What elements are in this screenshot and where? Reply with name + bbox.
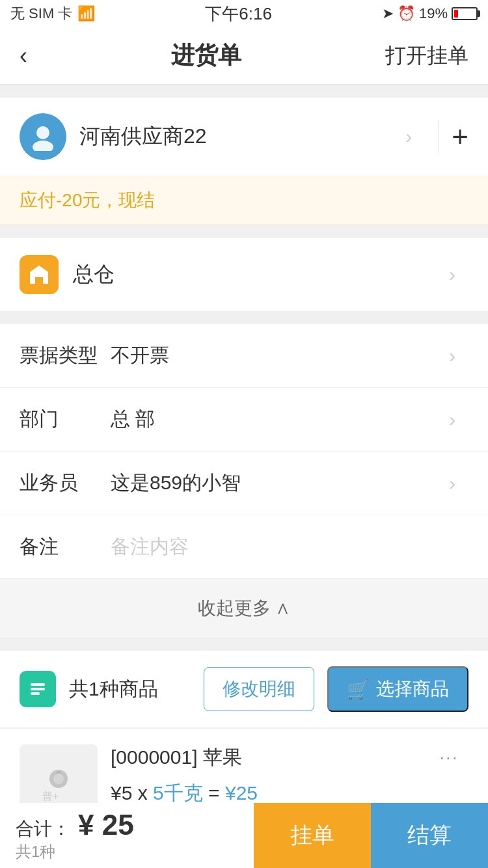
remark-row[interactable]: 备注 备注内容 — [0, 515, 488, 578]
svg-rect-4 — [31, 692, 40, 695]
supplier-section: 河南供应商22 › + 应付-20元，现结 — [0, 98, 488, 225]
department-label: 部门 — [20, 406, 111, 433]
salesman-value: 这是859的小智 — [111, 470, 449, 496]
status-bar-time: 下午6:16 — [205, 3, 272, 25]
total-row: 合计： ¥ 25 — [16, 809, 238, 841]
open-hang-button[interactable]: 打开挂单 — [385, 42, 468, 70]
price-unit: ¥5 — [111, 782, 132, 804]
total-amount: ¥ 25 — [78, 809, 134, 841]
salesman-chevron-icon: › — [449, 472, 455, 495]
supplier-avatar — [20, 113, 66, 160]
invoice-chevron-icon: › — [449, 345, 455, 367]
remark-input[interactable]: 备注内容 — [111, 534, 468, 560]
supplier-row[interactable]: 河南供应商22 › + — [0, 98, 488, 176]
salesman-row[interactable]: 业务员 这是859的小智 › — [0, 452, 488, 515]
products-icon — [20, 671, 56, 707]
invoice-type-label: 票据类型 — [20, 342, 111, 369]
battery-percent: 19% — [419, 5, 448, 22]
warehouse-name: 总仓 — [73, 260, 449, 289]
equals-sign: = — [208, 782, 225, 804]
chevron-right-icon: › — [405, 126, 412, 148]
battery-icon — [452, 7, 478, 20]
hang-button[interactable]: 挂单 — [254, 803, 371, 868]
total-label: 合计： — [16, 817, 70, 841]
checkout-button[interactable]: 结算 — [371, 803, 488, 868]
product-thumb-icon: 普+ — [36, 761, 81, 806]
department-row[interactable]: 部门 总 部 › — [0, 388, 488, 452]
warehouse-section[interactable]: 总仓 › — [0, 238, 488, 311]
product-count-label: 共1种商品 — [69, 676, 191, 703]
total-sub-label: 共1种 — [16, 841, 238, 862]
wifi-icon: 📶 — [77, 5, 95, 22]
page-title: 进货单 — [171, 40, 241, 72]
select-product-label: 选择商品 — [376, 677, 449, 701]
product-info: [0000001] 苹果 ¥5 x 5千克 = ¥25 — [111, 744, 416, 807]
svg-rect-3 — [31, 688, 45, 690]
remark-label: 备注 — [20, 534, 111, 560]
warehouse-icon — [20, 255, 59, 294]
bottom-bar: 合计： ¥ 25 共1种 挂单 结算 — [0, 803, 488, 868]
products-header: 共1种商品 修改明细 🛒 选择商品 — [0, 651, 488, 727]
svg-text:普+: 普+ — [42, 791, 59, 802]
invoice-type-row[interactable]: 票据类型 不开票 › — [0, 324, 488, 388]
divider — [438, 120, 439, 153]
product-name: [0000001] 苹果 — [111, 744, 416, 771]
product-more-button[interactable]: ··· — [429, 744, 468, 770]
nav-bar: ‹ 进货单 打开挂单 — [0, 27, 488, 85]
svg-rect-2 — [31, 683, 45, 686]
alarm-icon: ⏰ — [398, 5, 415, 22]
department-chevron-icon: › — [449, 409, 455, 431]
products-icon-svg — [27, 678, 49, 700]
department-value: 总 部 — [111, 406, 449, 433]
status-bar-left: 无 SIM 卡 📶 — [10, 4, 95, 23]
warehouse-icon-svg — [27, 263, 51, 286]
cart-icon: 🛒 — [347, 679, 370, 700]
supplier-name: 河南供应商22 — [79, 122, 405, 151]
price-separator: x — [138, 782, 153, 804]
back-button[interactable]: ‹ — [20, 42, 27, 70]
product-total: ¥25 — [225, 782, 258, 804]
edit-detail-button[interactable]: 修改明细 — [204, 667, 314, 711]
add-supplier-button[interactable]: + — [452, 122, 468, 151]
collapse-toggle[interactable]: 收起更多 ∧ — [0, 578, 488, 638]
form-section: 票据类型 不开票 › 部门 总 部 › 业务员 这是859的小智 › 备注 备注… — [0, 324, 488, 578]
svg-point-0 — [36, 126, 49, 139]
status-bar: 无 SIM 卡 📶 下午6:16 ➤ ⏰ 19% — [0, 0, 488, 27]
supplier-avatar-icon — [29, 122, 57, 151]
product-quantity: 5千克 — [153, 782, 203, 804]
svg-point-6 — [53, 774, 64, 784]
select-product-button[interactable]: 🛒 选择商品 — [327, 666, 468, 712]
payment-notice: 应付-20元，现结 — [0, 176, 488, 225]
status-bar-right: ➤ ⏰ 19% — [382, 5, 478, 22]
invoice-type-value: 不开票 — [111, 342, 449, 369]
total-section: 合计： ¥ 25 共1种 — [0, 803, 254, 868]
salesman-label: 业务员 — [20, 470, 111, 496]
warehouse-chevron-icon: › — [449, 264, 455, 286]
svg-point-1 — [33, 141, 53, 151]
carrier-text: 无 SIM 卡 — [10, 4, 72, 23]
location-icon: ➤ — [382, 5, 394, 22]
